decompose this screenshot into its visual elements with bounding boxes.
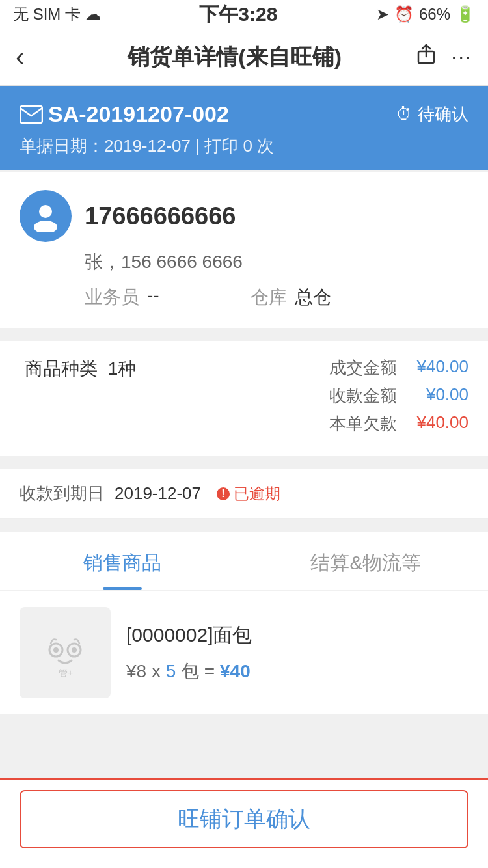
due-date-value: 2019-12-07 [115,483,201,504]
battery-label: 66% [419,5,450,23]
order-id: SA-20191207-002 [20,102,229,127]
customer-section: 17666666666 张，156 6666 6666 业务员 -- 仓库 总仓 [0,172,488,328]
tab-sales-product[interactable]: 销售商品 [0,532,244,590]
location-icon: ➤ [376,5,389,23]
back-button[interactable]: ‹ [16,42,55,72]
product-price-value: ¥8 [126,661,146,681]
page-title: 销货单详情(来自旺铺) [128,42,342,72]
customer-name: 张，156 6666 6666 [85,250,468,275]
salesperson-value: -- [147,285,159,310]
nav-actions: ··· [414,42,472,72]
order-date: 单据日期：2019-12-07 | 打印 0 次 [20,135,468,157]
svg-rect-1 [20,106,42,123]
due-section: 收款到期日 2019-12-07 ! 已逾期 [0,469,488,519]
product-qty: 5 [166,661,176,681]
owed-amount-value: ¥40.00 [416,413,468,435]
svg-point-3 [34,221,57,232]
share-icon[interactable] [414,42,438,72]
product-total: ¥40 [220,661,251,681]
bottom-bar: 旺铺订单确认 [0,778,488,868]
product-types: 商品种类 1种 [20,357,136,381]
sim-label: 无 SIM 卡 ☁ [13,4,101,25]
product-unit: 包 [181,661,199,681]
product-thumbnail: 管+ [20,607,111,698]
order-status: ⏱ 待确认 [396,103,468,126]
battery-icon: 🔋 [455,5,475,23]
summary-left: 商品种类 1种 [20,357,136,384]
status-bar-left: 无 SIM 卡 ☁ [13,4,101,25]
svg-point-7 [72,647,77,653]
customer-avatar [20,190,72,242]
product-name: [0000002]面包 [126,622,468,649]
overdue-icon: ! [217,487,230,500]
deal-amount-label: 成交金额 [329,357,397,379]
product-section: 管+ [0000002]面包 ¥8 x 5 包 = ¥40 [0,591,488,714]
confirm-order-button[interactable]: 旺铺订单确认 [20,790,468,848]
clock-icon: ⏱ [396,104,413,124]
svg-text:管+: 管+ [59,668,73,678]
more-icon[interactable]: ··· [451,45,472,69]
product-eq: = [204,661,220,681]
owed-amount-label: 本单欠款 [329,413,397,435]
salesperson-label: 业务员 [85,285,139,310]
status-bar-right: ➤ ⏰ 66% 🔋 [376,5,475,23]
status-bar-time: 下午3:28 [199,1,277,28]
warehouse-label: 仓库 [251,285,287,310]
tab-settlement[interactable]: 结算&物流等 [244,532,488,590]
summary-right: 成交金额 ¥40.00 收款金额 ¥0.00 本单欠款 ¥40.00 [329,357,468,441]
received-amount-value: ¥0.00 [426,385,468,407]
nav-bar: ‹ 销货单详情(来自旺铺) ··· [0,29,488,86]
svg-point-6 [53,647,59,653]
svg-point-2 [39,205,52,218]
warehouse-value: 总仓 [295,285,331,310]
product-item: 管+ [0000002]面包 ¥8 x 5 包 = ¥40 [0,591,488,714]
overdue-badge: ! 已逾期 [217,483,280,504]
order-banner: SA-20191207-002 ⏱ 待确认 单据日期：2019-12-07 | … [0,86,488,170]
summary-section: 商品种类 1种 成交金额 ¥40.00 收款金额 ¥0.00 本单欠款 ¥40.… [0,341,488,456]
received-amount-label: 收款金额 [329,385,397,407]
product-price: ¥8 x 5 包 = ¥40 [126,659,468,684]
status-bar: 无 SIM 卡 ☁ 下午3:28 ➤ ⏰ 66% 🔋 [0,0,488,29]
due-label: 收款到期日 [20,482,104,505]
product-info: [0000002]面包 ¥8 x 5 包 = ¥40 [126,622,468,684]
customer-meta: 业务员 -- 仓库 总仓 [85,285,468,310]
customer-phone: 17666666666 [85,202,236,230]
alarm-icon: ⏰ [394,5,414,23]
deal-amount-value: ¥40.00 [416,357,468,379]
tabs: 销售商品 结算&物流等 [0,532,488,590]
overdue-text: 已逾期 [234,483,280,504]
product-price-x: x [152,661,166,681]
